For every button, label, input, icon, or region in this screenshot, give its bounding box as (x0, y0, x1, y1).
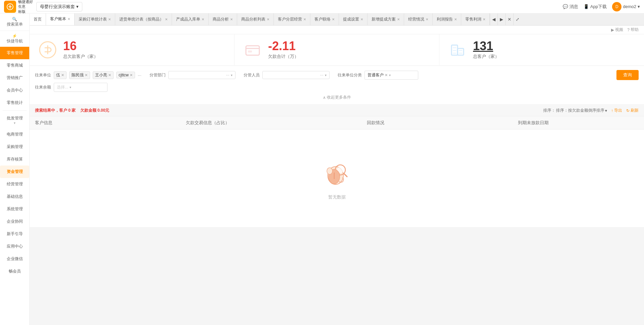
results-bar: 搜索结果中，客户 0 家 欠款金额 0.00元 排序： 排序：按欠款金额倒序排序… (30, 105, 644, 116)
table-col-due-date: 到期未放款日期 (518, 120, 639, 126)
person-options-btn[interactable]: ··· (320, 73, 324, 77)
sidebar-item-system-mgmt[interactable]: 系统管理 (0, 203, 29, 215)
stat-value-credit-customers: 16 (63, 40, 98, 52)
tab-purchase-order-stats[interactable]: 采购订单统计表 ✕ (75, 13, 115, 26)
svg-line-10 (344, 174, 347, 177)
sidebar-item-enterprise-wechat[interactable]: 企业微信 (0, 253, 29, 265)
sidebar-item-operations[interactable]: 经营管理 (0, 178, 29, 190)
sidebar-item-wholesale-mgmt[interactable]: 批发管理 ▾ (0, 112, 29, 128)
stat-value-credit-amount: -2.11 (268, 40, 299, 52)
remove-filter-wu[interactable]: ✕ (61, 73, 64, 77)
sort-selector[interactable]: 排序： 排序：按欠款金额倒序排序 ▾ (543, 108, 607, 113)
dept-filter-select[interactable]: ··· ▾ (168, 71, 235, 79)
close-tab-icon[interactable]: ✕ (332, 17, 335, 21)
query-button[interactable]: 查询 (616, 70, 639, 80)
close-tab-icon[interactable]: ✕ (202, 17, 204, 21)
filter-tag-chen: 陈民强 ✕ (69, 71, 90, 79)
close-tab-icon[interactable]: ✕ (108, 17, 111, 21)
tab-customer-accounts[interactable]: 客户账本 ✕ (46, 13, 75, 26)
remove-filter-chen[interactable]: ✕ (85, 73, 88, 77)
close-tab-icon[interactable]: ✕ (68, 17, 70, 21)
sidebar: 🔍 搜索菜单 ⚡ 快捷导航 零售管理 零售商城 营销推广 会员中心 零售统计 (0, 13, 30, 325)
tab-home[interactable]: 首页 (30, 13, 46, 26)
tab-product-stock[interactable]: 产成品入库单 ✕ (172, 13, 209, 26)
close-tab-icon[interactable]: ✕ (360, 17, 363, 21)
tab-product-analysis-list[interactable]: 商品分析列表 ✕ (237, 13, 274, 26)
filter-tag-wu: 伍 ✕ (54, 71, 67, 79)
logo-area: 畅捷通好生意 标版 (4, 0, 34, 14)
tab-profit-report[interactable]: 利润报告 ✕ (433, 13, 461, 26)
sidebar-item-inventory[interactable]: 库存核算 (0, 153, 29, 166)
balance-arrow-icon: ▾ (70, 85, 71, 89)
dept-options-btn[interactable]: ··· (226, 73, 229, 77)
sidebar-item-vip-member[interactable]: 畅会员 (0, 265, 29, 278)
sidebar-item-basic-info[interactable]: 基础信息 (0, 190, 29, 203)
tab-prev-btn[interactable]: ◀ (490, 13, 498, 26)
remove-normal-customer[interactable]: ✕ (385, 73, 388, 77)
tab-next-btn[interactable]: ▶ (498, 13, 505, 26)
filter-bar: 往来单位 伍 ✕ 陈民强 ✕ 王小亮 ✕ (30, 66, 644, 104)
app-download-btn[interactable]: 📱 App下载 (584, 4, 607, 10)
stat-total-credit-customers: 16 总欠款客户（家） (30, 34, 234, 65)
tab-customer-segment[interactable]: 客户分层经营 ✕ (274, 13, 310, 26)
sidebar-item-search-menu[interactable]: 🔍 搜索菜单 (0, 13, 29, 31)
close-tab-icon[interactable]: ✕ (267, 17, 269, 21)
tabbar: 首页 客户账本 ✕ 采购订单统计表 ✕ 进货单统计表（按商品） ✕ 产成品入库单… (30, 13, 644, 26)
refresh-btn[interactable]: ↻ 刷新 (626, 108, 639, 113)
sidebar-item-ecommerce[interactable]: 电商管理 (0, 128, 29, 141)
sidebar-item-app-center[interactable]: 应用中心 (0, 240, 29, 253)
sidebar-item-new-guide[interactable]: 新手引导 (0, 228, 29, 240)
sidebar-item-marketing[interactable]: 营销推广 (0, 72, 29, 84)
empty-illustration (320, 156, 354, 190)
export-btn[interactable]: ↑ 导出 (611, 108, 622, 113)
close-tab-icon[interactable]: ✕ (165, 17, 168, 21)
stats-bar: 16 总欠款客户（家） (30, 34, 644, 65)
sidebar-item-member-center[interactable]: 会员中心 (0, 84, 29, 97)
user-menu[interactable]: D demo2 ▾ (612, 2, 640, 11)
tab-business-status[interactable]: 经营情况 ✕ (404, 13, 433, 26)
tab-customer-contact[interactable]: 客户联络 ✕ (310, 13, 339, 26)
close-tab-icon[interactable]: ✕ (426, 17, 428, 21)
help-icon: ? (627, 28, 630, 32)
stat-value-group-1: 16 总欠款客户（家） (63, 40, 98, 60)
remove-filter-cjttcw[interactable]: ✕ (130, 73, 133, 77)
close-tab-icon[interactable]: ✕ (483, 17, 485, 21)
unit-class-filter-select[interactable]: 普通客户 ✕ ▾ (364, 71, 418, 80)
topbar: 畅捷通好生意 标版 母婴行业演示账套 ▾ 💬 消息 📱 App下载 D demo… (0, 0, 644, 13)
credit-stat-icon (243, 40, 263, 60)
sidebar-item-retail-mall[interactable]: 零售商城 (0, 59, 29, 72)
help-btn[interactable]: ? 帮助 (627, 27, 639, 33)
balance-filter-select[interactable]: 选择... ▾ (54, 83, 108, 92)
sidebar-item-finance-mgmt[interactable]: 资金管理 (0, 166, 29, 178)
tab-expand-btn[interactable]: ⤢ (513, 13, 521, 26)
chevron-down-icon: ▾ (638, 4, 640, 9)
tab-new-achievement[interactable]: 新增提成方案 ✕ (368, 13, 404, 26)
tab-purchase-stats-by-product[interactable]: 进货单统计表（按商品） ✕ (115, 13, 172, 26)
close-tab-icon[interactable]: ✕ (397, 17, 400, 21)
close-tab-icon[interactable]: ✕ (230, 17, 233, 21)
avatar: D (612, 2, 621, 11)
tab-retail-profit[interactable]: 零售利润 ✕ (461, 13, 490, 26)
close-tab-icon[interactable]: ✕ (454, 17, 457, 21)
tab-prompt-settings[interactable]: 提成设置 ✕ (339, 13, 368, 26)
video-help-btn[interactable]: ▶ 视频 (611, 27, 623, 33)
main-body: 🔍 搜索菜单 ⚡ 快捷导航 零售管理 零售商城 营销推广 会员中心 零售统计 (0, 13, 644, 325)
more-filters-btn[interactable]: ··· (138, 73, 141, 78)
account-selector[interactable]: 母婴行业演示账套 ▾ (36, 2, 82, 11)
message-btn[interactable]: 💬 消息 (563, 4, 578, 10)
sidebar-item-purchase-mgmt[interactable]: 采购管理 (0, 141, 29, 153)
tab-product-analysis[interactable]: 商品分析 ✕ (209, 13, 237, 26)
person-filter-select[interactable]: ··· ▾ (262, 71, 330, 79)
balance-filter-label: 往来余额 (35, 84, 51, 90)
remove-filter-wang[interactable]: ✕ (108, 73, 111, 77)
close-tab-icon[interactable]: ✕ (303, 17, 306, 21)
svg-point-12 (327, 168, 333, 174)
sidebar-item-enterprise-collab[interactable]: 企业协同 (0, 215, 29, 228)
sidebar-item-quick-nav[interactable]: ⚡ 快捷导航 (0, 31, 29, 47)
sidebar-item-retail-stats[interactable]: 零售统计 (0, 97, 29, 109)
content-area: 首页 客户账本 ✕ 采购订单统计表 ✕ 进货单统计表（按商品） ✕ 产成品入库单… (30, 13, 644, 325)
sidebar-item-retail-mgmt[interactable]: 零售管理 (0, 47, 29, 59)
tab-close-all-btn[interactable]: ✕ (505, 13, 513, 26)
results-text: 搜索结果中，客户 0 家 欠款金额 0.00元 (35, 108, 109, 113)
collapse-btn[interactable]: ∧ 收起更多条件 (35, 95, 639, 100)
